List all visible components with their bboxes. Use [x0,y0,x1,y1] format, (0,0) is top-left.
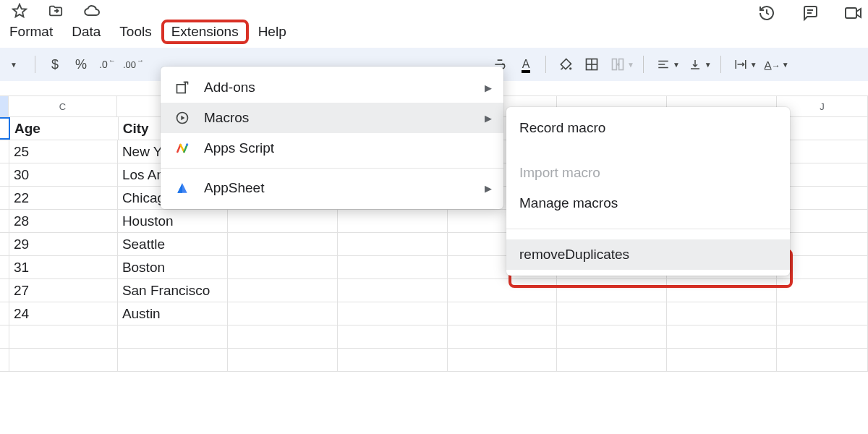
cloud-status-icon[interactable] [82,1,101,20]
menu-format[interactable]: Format [0,21,62,43]
col-header-j[interactable]: J [777,96,868,116]
svg-marker-20 [181,116,184,121]
cell-age[interactable]: 24 [9,302,118,325]
submenu-record-macro-label: Record macro [519,120,605,136]
cell-city[interactable]: Seattle [118,233,228,255]
cell-city[interactable]: Boston [118,256,228,278]
chevron-right-icon: ▶ [485,82,492,93]
submenu-record-macro[interactable]: Record macro [506,113,790,143]
chevron-right-icon: ▶ [485,113,492,124]
currency-button[interactable]: $ [44,54,66,75]
cell-age[interactable]: 27 [9,279,118,302]
cell-age[interactable]: 22 [9,187,118,209]
fill-color-button[interactable] [555,54,576,75]
text-rotation-button[interactable]: A→ [762,54,783,75]
header-age[interactable]: Age [10,117,119,140]
menu-help[interactable]: Help [249,21,296,43]
increase-decimals-button[interactable]: .00→ [122,54,144,75]
submenu-remove-duplicates[interactable]: removeDuplicates [506,239,790,270]
macros-submenu: Record macro Import macro Manage macros … [506,107,790,276]
svg-rect-9 [613,59,617,70]
menu-tools[interactable]: Tools [110,21,161,43]
svg-point-21 [186,143,188,145]
submenu-remove-duplicates-label: removeDuplicates [519,247,629,263]
menu-macros-label: Macros [204,110,249,126]
submenu-import-macro-label: Import macro [519,165,600,181]
cell-city[interactable]: San Francisco [118,279,228,302]
addons-icon [174,80,191,95]
menu-macros[interactable]: Macros ▶ [161,103,503,133]
submenu-import-macro: Import macro [506,158,790,188]
cell-city[interactable]: Austin [118,302,228,325]
extensions-dropdown: Add-ons ▶ Macros ▶ Apps Script AppSheet … [161,67,503,209]
col-header-c[interactable]: C [9,96,117,116]
cell-age[interactable]: 25 [9,140,118,163]
menu-addons-label: Add-ons [204,80,255,95]
more-formats-dropdown[interactable]: ▼ [4,54,26,75]
merge-cells-button[interactable] [607,54,629,75]
menu-apps-script[interactable]: Apps Script [161,133,503,163]
record-icon [174,111,191,125]
decrease-decimals-button[interactable]: .0← [96,54,118,75]
horizontal-align-button[interactable] [652,54,674,75]
menu-addons[interactable]: Add-ons ▶ [161,72,503,103]
svg-rect-3 [846,8,856,18]
text-color-button[interactable]: A [515,54,537,75]
cell-age[interactable]: 30 [9,163,118,186]
vertical-align-button[interactable] [684,54,706,75]
submenu-manage-macros-label: Manage macros [519,195,618,211]
move-file-icon[interactable] [46,1,65,20]
menu-extensions[interactable]: Extensions [161,20,249,44]
menu-data[interactable]: Data [62,21,110,43]
menubar: Format Data Tools Extensions Help [0,19,868,48]
history-icon[interactable] [757,3,777,23]
appsheet-icon [174,181,191,195]
submenu-manage-macros[interactable]: Manage macros [506,188,790,218]
borders-button[interactable] [581,54,603,75]
meet-icon[interactable] [843,3,864,23]
menu-appsheet-label: AppSheet [204,180,264,196]
svg-rect-17 [177,85,186,93]
cell-age[interactable]: 31 [9,256,118,278]
chevron-right-icon: ▶ [485,183,492,194]
menu-apps-script-label: Apps Script [204,140,274,156]
comment-icon[interactable] [800,3,820,23]
star-icon[interactable] [10,1,29,20]
text-wrap-button[interactable] [730,54,752,75]
apps-script-icon [174,141,191,156]
svg-point-5 [569,67,571,69]
svg-marker-0 [13,4,26,17]
percent-button[interactable]: % [70,54,92,75]
menu-appsheet[interactable]: AppSheet ▶ [161,173,503,203]
cell-age[interactable]: 28 [9,210,118,232]
cell-age[interactable]: 29 [9,233,118,255]
cell-city[interactable]: Houston [118,210,228,232]
